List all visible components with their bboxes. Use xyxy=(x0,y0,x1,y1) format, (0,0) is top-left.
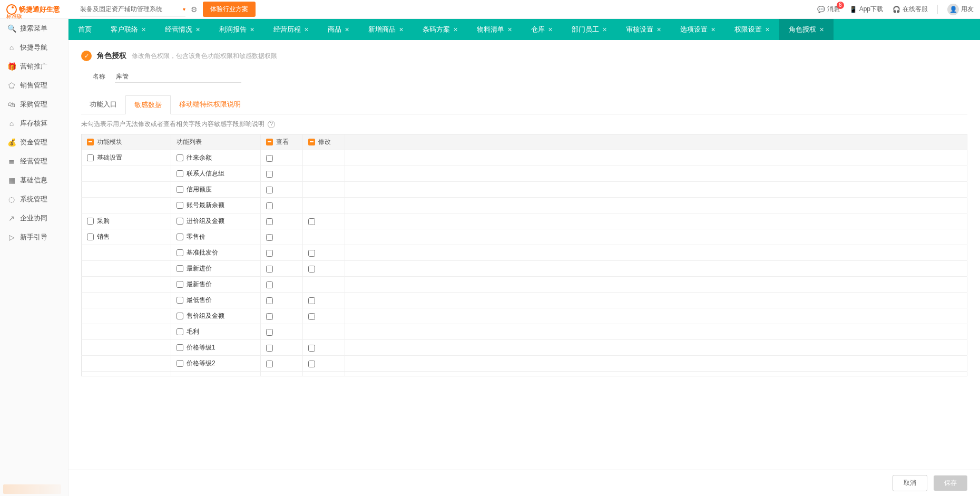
sidebar-item-6[interactable]: 💰资金管理 xyxy=(0,133,68,152)
gear-icon[interactable]: ⚙ xyxy=(191,5,198,14)
experience-plan-button[interactable]: 体验行业方案 xyxy=(203,2,256,17)
func-checkbox[interactable] xyxy=(177,234,183,240)
func-checkbox[interactable] xyxy=(177,186,183,193)
message-button[interactable]: 💬 消息 6 xyxy=(817,5,840,14)
tab-6[interactable]: 新增商品✕ xyxy=(359,19,413,40)
close-icon[interactable]: ✕ xyxy=(548,26,553,33)
module-checkbox[interactable] xyxy=(87,234,94,240)
sidebar-item-11[interactable]: ▷新手引导 xyxy=(0,228,68,247)
permission-table-wrap[interactable]: 功能模块 功能列表 查看 修改 基础设置往来余额联系人信息组信用额度账号最新余额… xyxy=(81,134,967,376)
close-icon[interactable]: ✕ xyxy=(507,26,512,33)
edit-checkbox[interactable] xyxy=(308,218,315,225)
func-checkbox[interactable] xyxy=(177,313,183,319)
sidebar-item-7[interactable]: ≣经营管理 xyxy=(0,152,68,171)
close-icon[interactable]: ✕ xyxy=(656,26,661,33)
module-label: 销售 xyxy=(97,233,110,240)
edit-checkbox[interactable] xyxy=(308,266,315,273)
view-checkbox[interactable] xyxy=(266,297,273,304)
view-checkbox[interactable] xyxy=(266,266,273,273)
func-checkbox[interactable] xyxy=(177,297,183,304)
tab-10[interactable]: 部门员工✕ xyxy=(562,19,616,40)
sidebar-item-10[interactable]: ↗企业协同 xyxy=(0,209,68,228)
close-icon[interactable]: ✕ xyxy=(399,26,404,33)
view-checkbox[interactable] xyxy=(266,281,273,288)
app-download-button[interactable]: 📱 App下载 xyxy=(849,5,883,14)
view-checkbox[interactable] xyxy=(266,218,273,225)
tab-13[interactable]: 权限设置✕ xyxy=(725,19,779,40)
close-icon[interactable]: ✕ xyxy=(141,26,146,33)
header-checkbox-module[interactable] xyxy=(87,139,94,145)
cancel-button[interactable]: 取消 xyxy=(893,475,927,491)
edit-checkbox[interactable] xyxy=(308,297,315,304)
func-checkbox[interactable] xyxy=(177,218,183,225)
sidebar-item-4[interactable]: 🛍采购管理 xyxy=(0,95,68,114)
help-icon[interactable]: ? xyxy=(268,121,275,128)
func-checkbox[interactable] xyxy=(177,360,183,367)
sidebar-item-5[interactable]: ⌂库存核算 xyxy=(0,114,68,133)
close-icon[interactable]: ✕ xyxy=(304,26,309,33)
save-button[interactable]: 保存 xyxy=(934,475,967,491)
header-checkbox-edit[interactable] xyxy=(308,139,315,145)
subtab-sensitive-data[interactable]: 敏感数据 xyxy=(125,95,171,114)
tab-1[interactable]: 客户联络✕ xyxy=(101,19,155,40)
system-selector[interactable]: 装备及固定资产辅助管理系统 ▾ xyxy=(80,2,185,17)
module-checkbox[interactable] xyxy=(87,218,94,225)
module-checkbox[interactable] xyxy=(87,154,94,161)
view-checkbox[interactable] xyxy=(266,155,273,162)
view-checkbox[interactable] xyxy=(266,234,273,241)
edit-checkbox[interactable] xyxy=(308,361,315,367)
func-checkbox[interactable] xyxy=(177,202,183,209)
view-checkbox[interactable] xyxy=(266,202,273,209)
tab-5[interactable]: 商品✕ xyxy=(318,19,359,40)
func-checkbox[interactable] xyxy=(177,328,183,335)
tab-0[interactable]: 首页 xyxy=(68,19,101,40)
view-checkbox[interactable] xyxy=(266,329,273,336)
tab-8[interactable]: 物料清单✕ xyxy=(467,19,522,40)
view-checkbox[interactable] xyxy=(266,187,273,193)
sidebar-item-1[interactable]: ⌂快捷导航 xyxy=(0,38,68,57)
view-checkbox[interactable] xyxy=(266,361,273,367)
header-checkbox-view[interactable] xyxy=(266,139,273,145)
subtab-function-entry[interactable]: 功能入口 xyxy=(81,95,125,114)
edit-checkbox[interactable] xyxy=(308,250,315,257)
func-label: 联系人信息组 xyxy=(187,170,224,177)
func-checkbox[interactable] xyxy=(177,249,183,256)
tab-4[interactable]: 经营历程✕ xyxy=(264,19,318,40)
sidebar-item-2[interactable]: 🎁营销推广 xyxy=(0,57,68,76)
name-input[interactable] xyxy=(115,71,241,83)
tab-7[interactable]: 条码方案✕ xyxy=(413,19,467,40)
close-icon[interactable]: ✕ xyxy=(195,26,200,33)
edit-checkbox[interactable] xyxy=(308,313,315,320)
tab-11[interactable]: 审核设置✕ xyxy=(616,19,671,40)
tab-2[interactable]: 经营情况✕ xyxy=(155,19,210,40)
view-checkbox[interactable] xyxy=(266,171,273,178)
sidebar-item-9[interactable]: ◌系统管理 xyxy=(0,190,68,209)
tab-9[interactable]: 仓库✕ xyxy=(522,19,562,40)
func-checkbox[interactable] xyxy=(177,154,183,161)
view-checkbox[interactable] xyxy=(266,313,273,320)
tab-12[interactable]: 选项设置✕ xyxy=(671,19,725,40)
close-icon[interactable]: ✕ xyxy=(345,26,349,33)
tab-3[interactable]: 利润报告✕ xyxy=(210,19,264,40)
sidebar-item-3[interactable]: ⬠销售管理 xyxy=(0,76,68,95)
func-checkbox[interactable] xyxy=(177,344,183,351)
close-icon[interactable]: ✕ xyxy=(453,26,458,33)
func-checkbox[interactable] xyxy=(177,170,183,177)
view-checkbox[interactable] xyxy=(266,345,273,352)
func-checkbox[interactable] xyxy=(177,376,183,376)
user-menu[interactable]: 👤 用友 xyxy=(947,4,974,15)
close-icon[interactable]: ✕ xyxy=(602,26,607,33)
close-icon[interactable]: ✕ xyxy=(711,26,716,33)
close-icon[interactable]: ✕ xyxy=(250,26,254,33)
sidebar-item-0[interactable]: 🔍搜索菜单 xyxy=(0,19,68,38)
close-icon[interactable]: ✕ xyxy=(819,26,824,33)
subtab-mobile-permission[interactable]: 移动端特殊权限说明 xyxy=(171,95,249,114)
online-service-button[interactable]: 🎧 在线客服 xyxy=(893,5,928,14)
close-icon[interactable]: ✕ xyxy=(765,26,770,33)
view-checkbox[interactable] xyxy=(266,250,273,257)
func-checkbox[interactable] xyxy=(177,265,183,272)
sidebar-item-8[interactable]: ▦基础信息 xyxy=(0,171,68,190)
func-checkbox[interactable] xyxy=(177,281,183,288)
edit-checkbox[interactable] xyxy=(308,345,315,352)
tab-14[interactable]: 角色授权✕ xyxy=(779,19,834,40)
